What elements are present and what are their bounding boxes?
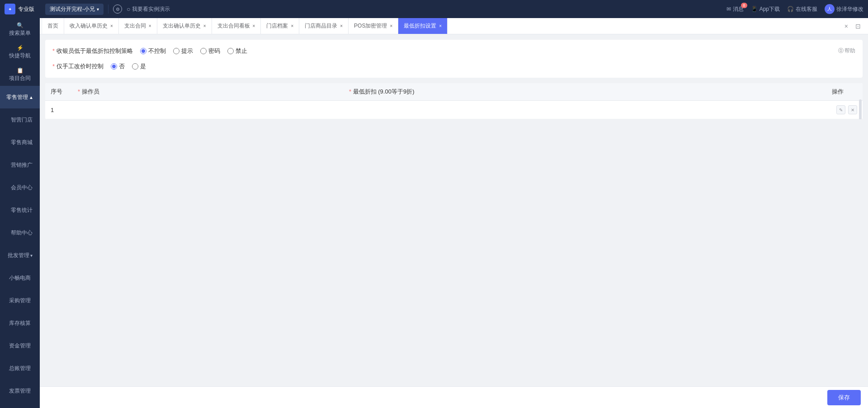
radio-password-label: 密码	[208, 47, 220, 55]
user-menu-btn[interactable]: 人 徐泽华修改	[825, 4, 863, 14]
delete-icon: ✕	[851, 108, 854, 113]
demo-link[interactable]: ○ 我要看实例演示	[127, 5, 170, 13]
demo-label: 我要看实例演示	[132, 5, 170, 13]
radio-forbid[interactable]: 禁止	[227, 47, 247, 55]
headset-icon: 🎧	[787, 6, 794, 12]
edit-row-btn[interactable]: ✎	[836, 105, 845, 114]
tab-pos-password[interactable]: POS加密管理 ×	[349, 18, 398, 34]
tab-contract-board-close[interactable]: ×	[253, 23, 255, 28]
manual-control-label: 仅手工改价时控制	[52, 62, 104, 70]
col-operator-header: * 操作员	[72, 83, 344, 101]
discount-input[interactable]	[349, 107, 821, 113]
sidebar-item-ledger[interactable]: 总账管理	[0, 357, 40, 380]
sidebar-item-tax[interactable]: 税务管理	[0, 402, 40, 408]
radio-hint[interactable]: 提示	[173, 47, 193, 55]
sidebar-item-purchase[interactable]: 采购管理	[0, 289, 40, 312]
tab-min-discount[interactable]: 最低折扣设置 ×	[398, 18, 448, 34]
tab-home[interactable]: 首页	[42, 18, 64, 34]
sidebar-label-member: 会员中心	[11, 184, 33, 192]
radio-no-input[interactable]	[111, 63, 117, 70]
project-selector[interactable]: 测试分开完程-小兄 ▾	[45, 4, 104, 15]
sidebar-item-project[interactable]: 📋 项目合同	[0, 63, 40, 86]
table-scrollbar	[859, 99, 862, 119]
radio-yes[interactable]: 是	[132, 62, 146, 70]
sidebar-item-invoice[interactable]: 发票管理	[0, 380, 40, 402]
settings-circle-icon[interactable]: ⚙	[113, 5, 122, 14]
tab-store-goods-close[interactable]: ×	[340, 23, 343, 28]
sidebar-label-retail-mall: 零售商城	[11, 139, 33, 146]
sidebar-label-help: 帮助中心	[11, 229, 33, 237]
tab-income-history-label: 收入确认单历史	[70, 22, 108, 30]
sidebar-label-project: 项目合同	[9, 75, 31, 82]
quicknav-icon: ⚡	[17, 45, 24, 51]
cell-operator[interactable]	[72, 101, 344, 119]
tab-income-history-close[interactable]: ×	[110, 23, 113, 28]
operator-input[interactable]	[78, 107, 338, 113]
radio-no-control[interactable]: 不控制	[140, 47, 166, 55]
tab-confirm-history-close[interactable]: ×	[203, 23, 206, 28]
manual-radio-group: 否 是	[111, 62, 146, 70]
help-button[interactable]: ⓪ 帮助	[838, 47, 855, 55]
sidebar-item-ecommerce[interactable]: 小畅电商	[0, 267, 40, 289]
sidebar-item-help[interactable]: 帮助中心	[0, 221, 40, 244]
radio-yes-input[interactable]	[132, 63, 138, 70]
radio-password[interactable]: 密码	[200, 47, 220, 55]
sidebar-label-marketing: 营销推广	[11, 161, 33, 169]
radio-forbid-label: 禁止	[236, 47, 247, 55]
chevron-up-icon: ▲	[29, 95, 33, 100]
tab-contract-label: 支出合同	[124, 22, 146, 30]
sidebar-item-wholesale[interactable]: 批发管理 ▾	[0, 244, 40, 267]
sidebar-item-quicknav[interactable]: ⚡ 快捷导航	[0, 41, 40, 63]
sidebar-item-smart-store[interactable]: 智营门店	[0, 108, 40, 131]
radio-password-input[interactable]	[200, 48, 207, 54]
sidebar-item-capital[interactable]: 资金管理	[0, 334, 40, 357]
message-btn[interactable]: ✉ 消息 8	[726, 5, 744, 13]
sidebar-label-wholesale: 批发管理	[8, 252, 29, 259]
tab-close-btn[interactable]: ×	[843, 22, 850, 31]
radio-forbid-input[interactable]	[227, 48, 234, 54]
save-button[interactable]: 保存	[827, 390, 861, 405]
radio-hint-input[interactable]	[173, 48, 179, 54]
delete-row-btn[interactable]: ✕	[848, 105, 857, 114]
radio-no[interactable]: 否	[111, 62, 125, 70]
chevron-down-icon: ▾	[97, 7, 99, 12]
tab-contract[interactable]: 支出合同 ×	[119, 18, 157, 34]
message-badge: 8	[741, 3, 747, 8]
sidebar-item-retail-stats[interactable]: 零售统计	[0, 199, 40, 221]
tab-contract-close[interactable]: ×	[149, 23, 151, 28]
sidebar-item-inventory[interactable]: 库存核算	[0, 312, 40, 334]
col-seq-header: 序号	[45, 83, 72, 101]
main-layout: 🔍 搜索菜单 ⚡ 快捷导航 📋 项目合同 零售管理 ▲ 智营门店 零售商城 营销…	[0, 18, 868, 408]
tab-contract-board[interactable]: 支出合同看板 ×	[212, 18, 261, 34]
edit-icon: ✎	[839, 108, 843, 113]
tab-expand-btn[interactable]: ⊡	[854, 22, 863, 31]
sidebar-item-member[interactable]: 会员中心	[0, 176, 40, 199]
action-icons: ✎ ✕	[832, 105, 857, 114]
tab-pos-password-close[interactable]: ×	[390, 23, 392, 28]
tab-confirm-history[interactable]: 支出确认单历史 ×	[157, 18, 212, 34]
sidebar-item-retail[interactable]: 零售管理 ▲	[0, 86, 40, 108]
project-icon: 📋	[17, 67, 24, 74]
cell-discount[interactable]	[344, 101, 826, 119]
app-download-label: App下载	[760, 5, 780, 13]
cashier-radio-group: 不控制 提示 密码 禁	[140, 47, 247, 55]
tab-store-goods[interactable]: 门店商品目录 ×	[299, 18, 349, 34]
tab-income-history[interactable]: 收入确认单历史 ×	[64, 18, 119, 34]
app-logo: ✦ 专业版	[5, 4, 41, 14]
project-name: 测试分开完程-小兄	[50, 5, 95, 13]
sidebar-label-ecommerce: 小畅电商	[9, 274, 31, 282]
radio-no-control-input[interactable]	[140, 48, 146, 54]
online-service-btn[interactable]: 🎧 在线客服	[787, 5, 817, 13]
tab-store-file-close[interactable]: ×	[291, 23, 293, 28]
content-area: 首页 收入确认单历史 × 支出合同 × 支出确认单历史 × 支出合同看板 × 门…	[40, 18, 868, 408]
tab-min-discount-close[interactable]: ×	[439, 23, 442, 28]
tab-store-file[interactable]: 门店档案 ×	[261, 18, 299, 34]
cell-action: ✎ ✕	[826, 101, 863, 119]
sidebar-item-marketing[interactable]: 营销推广	[0, 154, 40, 176]
app-download-btn[interactable]: 📱 App下载	[751, 5, 780, 13]
phone-icon: 📱	[751, 6, 758, 12]
table-card: 序号 * 操作员 * 最低折扣 (9.00等于9折) 操作	[45, 83, 863, 119]
sidebar-item-search[interactable]: 🔍 搜索菜单	[0, 18, 40, 41]
sidebar-label-purchase: 采购管理	[9, 297, 31, 305]
sidebar-item-retail-mall[interactable]: 零售商城	[0, 131, 40, 154]
